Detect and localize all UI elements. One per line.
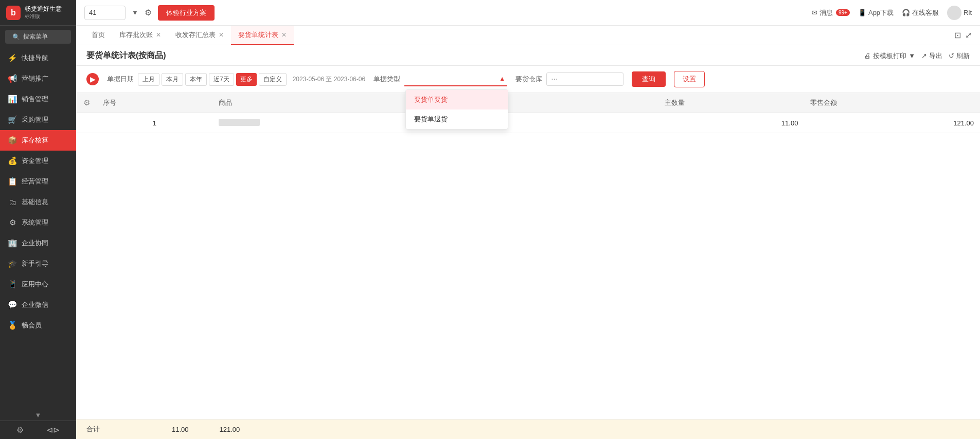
export-icon: ↗: [921, 52, 927, 60]
warehouse-dots-icon: ···: [551, 75, 558, 84]
messages-badge: 99+: [836, 9, 850, 16]
tab-receipt-summary[interactable]: 收发存汇总表 ✕: [168, 26, 231, 45]
sidebar-item-finance[interactable]: 💰 资金管理: [0, 151, 76, 171]
date-btn-current-month[interactable]: 本月: [162, 73, 183, 86]
tab-home[interactable]: 首页: [84, 26, 112, 45]
order-type-arrow-icon: ▲: [499, 75, 505, 82]
messages-label: 消息: [819, 8, 833, 17]
tab-batch-account-label: 库存批次账: [119, 30, 153, 40]
tab-fullscreen-icon[interactable]: ⤢: [965, 30, 972, 40]
basic-icon: 🗂: [7, 197, 17, 207]
user-avatar-area[interactable]: Rit: [947, 6, 972, 20]
breadcrumb-dropdown[interactable]: ▼: [132, 9, 138, 16]
tab-expand-icon[interactable]: ⊡: [954, 30, 961, 40]
collapse-icon[interactable]: ⊲⊳: [46, 425, 60, 435]
order-type-label: 单据类型: [373, 75, 400, 84]
table-footer: 合计 11.00 121.00: [76, 419, 980, 439]
date-range-text: 2023-05-06 至 2023-06-06: [293, 75, 365, 84]
date-btn-custom[interactable]: 自定义: [259, 73, 287, 86]
online-service-item[interactable]: 🎧 在线客服: [902, 8, 939, 17]
export-label: 导出: [929, 51, 942, 61]
dropdown-item-order-goods[interactable]: 要货单要货: [406, 90, 508, 109]
avatar: [947, 6, 961, 20]
date-filter-group: 单据日期 上月 本月 本年 近7天 更多 自定义 2023-05-06 至 20…: [107, 73, 365, 86]
order-type-select[interactable]: ▲: [404, 72, 507, 86]
row-quantity-cell: 11.00: [658, 113, 804, 133]
guide-icon: 🎓: [7, 259, 17, 269]
sidebar-nav: ⚡ 快捷导航 📢 营销推广 📊 销售管理 🛒 采购管理 📦 库存核算 💰 资金管…: [0, 48, 76, 409]
sidebar-item-guide[interactable]: 🎓 新手引导: [0, 253, 76, 274]
sidebar-item-membership[interactable]: 🏅 畅会员: [0, 315, 76, 336]
sidebar-item-enterprise[interactable]: 🏢 企业协同: [0, 233, 76, 253]
app-download-item[interactable]: 📱 App下载: [858, 8, 894, 17]
messages-item[interactable]: ✉ 消息 99+: [812, 8, 850, 17]
tab-batch-account-close[interactable]: ✕: [156, 31, 161, 39]
dropdown-item-return-goods[interactable]: 要货单退货: [406, 109, 508, 129]
sidebar-scroll-down[interactable]: ▼: [0, 409, 76, 420]
print-label: 按模板打印: [873, 51, 906, 61]
date-btn-current-year[interactable]: 本年: [185, 73, 207, 86]
header-right: ✉ 消息 99+ 📱 App下载 🎧 在线客服 Rit: [812, 6, 972, 20]
page-title: 要货单统计表(按商品): [86, 50, 166, 61]
sidebar-item-sales[interactable]: 📊 销售管理: [0, 89, 76, 109]
col-index-header: 序号: [97, 93, 212, 113]
table-header-row: ⚙ 序号 商品 主计量单位 主数量 零售金额: [76, 93, 980, 113]
date-btn-last7[interactable]: 近7天: [209, 73, 234, 86]
row-index-cell: 1: [97, 113, 212, 133]
sidebar: b 畅捷通好生意 标准版 🔍 搜索菜单 ⚡ 快捷导航 📢 营销推广 📊 销售管理…: [0, 0, 76, 439]
enterprise-icon: 🏢: [7, 238, 17, 248]
col-amount-header: 零售金额: [804, 93, 980, 113]
marketing-icon: 📢: [7, 74, 17, 84]
tab-receipt-summary-close[interactable]: ✕: [219, 31, 224, 39]
warehouse-select[interactable]: ···: [546, 72, 623, 86]
sidebar-item-operation[interactable]: 📋 经营管理: [0, 171, 76, 192]
sidebar-item-basic[interactable]: 🗂 基础信息: [0, 192, 76, 212]
sidebar-item-marketing[interactable]: 📢 营销推广: [0, 68, 76, 89]
trial-button[interactable]: 体验行业方案: [158, 5, 215, 21]
tab-batch-account[interactable]: 库存批次账 ✕: [112, 26, 168, 45]
system-icon: ⚙: [7, 217, 17, 228]
guide-label: 新手引导: [22, 259, 48, 268]
header-left: ▼ ⚙ 体验行业方案: [84, 5, 215, 21]
footer-quantity: 11.00: [172, 426, 189, 433]
sidebar-item-app-center[interactable]: 📱 应用中心: [0, 274, 76, 295]
table-area: ⚙ 序号 商品 主计量单位 主数量 零售金额 1: [76, 93, 980, 419]
sidebar-item-system[interactable]: ⚙ 系统管理: [0, 212, 76, 233]
table-row: 1 块 11.00 121.00: [76, 113, 980, 133]
online-service-label: 在线客服: [912, 8, 939, 17]
col-quantity-header: 主数量: [658, 93, 804, 113]
export-button[interactable]: ↗ 导出: [921, 51, 942, 61]
refresh-label: 刷新: [956, 51, 970, 61]
settings-bottom-icon[interactable]: ⚙: [16, 425, 24, 435]
tab-order-stats[interactable]: 要货单统计表 ✕: [231, 26, 294, 45]
date-btn-prev-month[interactable]: 上月: [138, 73, 159, 86]
query-button[interactable]: 查询: [632, 71, 666, 87]
sidebar-search[interactable]: 🔍 搜索菜单: [5, 30, 71, 44]
sidebar-item-purchase[interactable]: 🛒 采购管理: [0, 109, 76, 130]
filter-settings-button[interactable]: 设置: [674, 71, 705, 87]
header-gear-icon[interactable]: ⚙: [145, 8, 152, 17]
sidebar-item-inventory[interactable]: 📦 库存核算: [0, 130, 76, 151]
phone-icon: 📱: [858, 9, 866, 16]
date-buttons: 上月 本月 本年 近7天 更多 自定义: [138, 73, 287, 86]
tab-order-stats-close[interactable]: ✕: [281, 31, 287, 39]
dropdown-arrow-icon: ▼: [132, 9, 138, 16]
col-gear-icon[interactable]: ⚙: [83, 98, 90, 107]
wechat-label: 企业微信: [22, 300, 48, 309]
sidebar-item-quick-nav[interactable]: ⚡ 快捷导航: [0, 48, 76, 68]
sidebar-item-wechat[interactable]: 💬 企业微信: [0, 295, 76, 315]
finance-icon: 💰: [7, 156, 17, 166]
date-btn-more[interactable]: 更多: [236, 73, 257, 86]
footer-amount: 121.00: [220, 426, 240, 433]
inventory-label: 库存核算: [22, 136, 48, 145]
print-button[interactable]: 🖨 按模板打印 ▼: [864, 51, 915, 61]
filter-expand-toggle[interactable]: ▶: [86, 73, 99, 85]
refresh-button[interactable]: ↺ 刷新: [949, 51, 970, 61]
breadcrumb-input[interactable]: [84, 6, 126, 20]
row-amount-cell: 121.00: [804, 113, 980, 133]
membership-icon: 🏅: [7, 320, 17, 331]
tabs-actions: ⊡ ⤢: [954, 30, 972, 40]
page-area: 要货单统计表(按商品) 🖨 按模板打印 ▼ ↗ 导出 ↺ 刷新 ▶: [76, 45, 980, 439]
sales-label: 销售管理: [22, 95, 48, 104]
tabs-bar: 首页 库存批次账 ✕ 收发存汇总表 ✕ 要货单统计表 ✕ ⊡ ⤢: [76, 26, 980, 45]
